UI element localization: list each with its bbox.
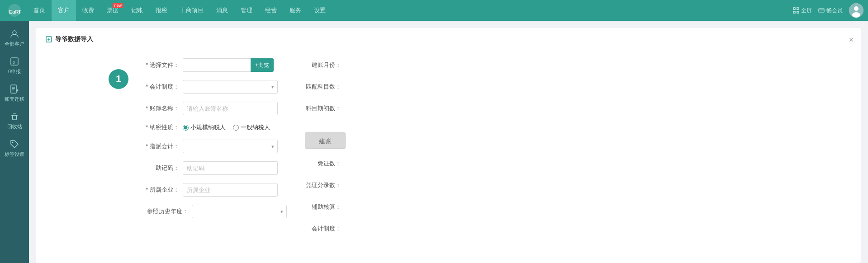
nav-home[interactable]: 首页: [27, 0, 52, 21]
fullscreen-label: 全屏: [801, 7, 812, 14]
ledger-name-input[interactable]: [183, 102, 278, 115]
assign-accountant-select[interactable]: [183, 140, 278, 153]
sidebar-item-recycle[interactable]: 回收站: [0, 108, 29, 134]
nav-right: 全屏 畅会员: [793, 3, 863, 18]
tax-general-radio[interactable]: 一般纳税人: [233, 123, 270, 132]
nav-business[interactable]: 工商项目: [174, 0, 210, 21]
nav-manage[interactable]: 管理: [234, 0, 259, 21]
svg-rect-5: [797, 11, 799, 13]
step-badge: 1: [109, 69, 128, 89]
sidebar-label-tag-settings: 标签设置: [5, 151, 24, 158]
layout: 全部客户 0 0申报 账套迁移 回收站: [0, 21, 868, 263]
member-label: 畅会员: [826, 7, 843, 14]
browse-button[interactable]: +浏览: [251, 58, 274, 72]
nav-billing[interactable]: 收费: [76, 0, 100, 21]
new-badge: new: [113, 3, 123, 8]
fullscreen-button[interactable]: 全屏: [793, 7, 812, 14]
user-avatar[interactable]: [849, 3, 863, 18]
ledger-name-row: * 账簿名称：: [143, 102, 287, 115]
select-file-label: * 选择文件：: [143, 61, 179, 69]
assign-accountant-label: * 指派会计：: [143, 142, 179, 150]
sidebar-label-ledger-migrate: 账套迁移: [5, 96, 24, 103]
logo: EaRP: [5, 0, 24, 20]
tax-radio-group: 小规模纳税人 一般纳税人: [183, 123, 270, 132]
tax-small-radio[interactable]: 小规模纳税人: [183, 123, 226, 132]
file-input[interactable]: [183, 58, 251, 72]
form-wrapper: 1 * 选择文件： +浏览: [45, 58, 852, 244]
subject-init-row: 科目期初数：: [300, 102, 404, 115]
svg-text:0: 0: [13, 60, 15, 65]
ref-year-row: 参照历史年度：: [143, 205, 287, 218]
voucher-row: 凭证数：: [300, 157, 404, 170]
select-file-row: * 选择文件： +浏览: [143, 58, 287, 72]
nav-message[interactable]: 消息: [210, 0, 234, 21]
ref-year-select[interactable]: [192, 205, 287, 218]
aux-accounting-label: 辅助核算：: [300, 203, 341, 211]
belong-company-label: * 所属企业：: [143, 186, 179, 194]
import-icon: [45, 36, 52, 43]
build-month-row: 建账月份：: [300, 58, 404, 72]
nav-invoice[interactable]: 票据 new: [100, 0, 125, 21]
tax-type-label: * 纳税性质：: [143, 123, 179, 132]
tax-type-row: * 纳税性质： 小规模纳税人 一般纳税人: [143, 123, 287, 132]
accounting-system-row: * 会计制度：: [143, 80, 287, 94]
sidebar-label-all-clients: 全部客户: [5, 41, 24, 47]
file-input-group: +浏览: [183, 58, 274, 72]
nav-clients[interactable]: 客户: [52, 0, 76, 21]
svg-rect-6: [819, 9, 824, 12]
sidebar-label-zero-declare: 0申报: [8, 68, 21, 75]
svg-point-11: [13, 31, 16, 34]
aux-accounting-row: 辅助核算：: [300, 200, 404, 214]
build-month-label: 建账月份：: [300, 61, 341, 69]
svg-rect-3: [797, 8, 799, 9]
sidebar-item-zero-declare[interactable]: 0 0申报: [0, 53, 29, 79]
belong-company-row: * 所属企业：: [143, 183, 287, 197]
voucher-records-label: 凭证分录数：: [300, 181, 341, 189]
sidebar-item-tag-settings[interactable]: 标签设置: [0, 136, 29, 161]
info-accounting-system-row: 会计制度：: [300, 222, 404, 235]
svg-text:EaRP: EaRP: [9, 9, 21, 14]
ledger-name-label: * 账簿名称：: [143, 104, 179, 113]
svg-point-9: [854, 6, 859, 11]
aid-code-input[interactable]: [183, 161, 278, 175]
accounting-system-label: * 会计制度：: [143, 83, 179, 91]
close-button[interactable]: ×: [849, 35, 854, 45]
nav-bookkeeping[interactable]: 记账: [125, 0, 149, 21]
main-content: 导爷数据导入 × 1: [29, 21, 868, 263]
member-button[interactable]: 畅会员: [818, 7, 843, 14]
sidebar: 全部客户 0 0申报 账套迁移 回收站: [0, 21, 29, 263]
form-fields: * 选择文件： +浏览 * 会计制度：: [143, 58, 287, 226]
step-area: 1 * 选择文件： +浏览: [45, 58, 287, 244]
ref-year-label: 参照历史年度：: [143, 207, 188, 216]
svg-rect-14: [11, 85, 16, 93]
match-subject-row: 匹配科目数：: [300, 80, 404, 94]
aid-code-row: 助记码：: [143, 161, 287, 175]
voucher-records-row: 凭证分录数：: [300, 178, 404, 192]
nav-service[interactable]: 服务: [283, 0, 308, 21]
svg-point-19: [12, 142, 14, 143]
voucher-label: 凭证数：: [300, 160, 341, 168]
subject-init-label: 科目期初数：: [300, 104, 341, 113]
sidebar-label-recycle: 回收站: [7, 123, 22, 130]
nav-tax[interactable]: 报税: [149, 0, 174, 21]
panel: 导爷数据导入 × 1: [36, 28, 861, 263]
assign-accountant-row: * 指派会计：: [143, 140, 287, 153]
info-accounting-system-label: 会计制度：: [300, 225, 341, 233]
accounting-system-select[interactable]: [183, 80, 278, 94]
aid-code-label: 助记码：: [143, 164, 179, 172]
sidebar-item-all-clients[interactable]: 全部客户: [0, 25, 29, 51]
ref-year-select-wrapper: [192, 205, 287, 218]
svg-point-10: [852, 12, 860, 18]
build-ledger-button: 建账: [305, 132, 346, 149]
svg-rect-4: [793, 11, 795, 13]
nav-settings[interactable]: 设置: [308, 0, 332, 21]
nav-items: 首页 客户 收费 票据 new 记账 报税 工商项目 消息 管理 经营 服务 设…: [27, 0, 793, 21]
nav-operation[interactable]: 经营: [259, 0, 283, 21]
panel-header: 导爷数据导入: [45, 35, 852, 49]
belong-company-input[interactable]: [183, 183, 278, 197]
assign-accountant-select-wrapper: [183, 140, 278, 153]
accounting-system-select-wrapper: [183, 80, 278, 94]
sidebar-item-ledger-migrate[interactable]: 账套迁移: [0, 80, 29, 106]
svg-rect-2: [793, 8, 795, 9]
top-nav: EaRP 首页 客户 收费 票据 new 记账 报税 工商项目 消息 管理 经营…: [0, 0, 868, 21]
